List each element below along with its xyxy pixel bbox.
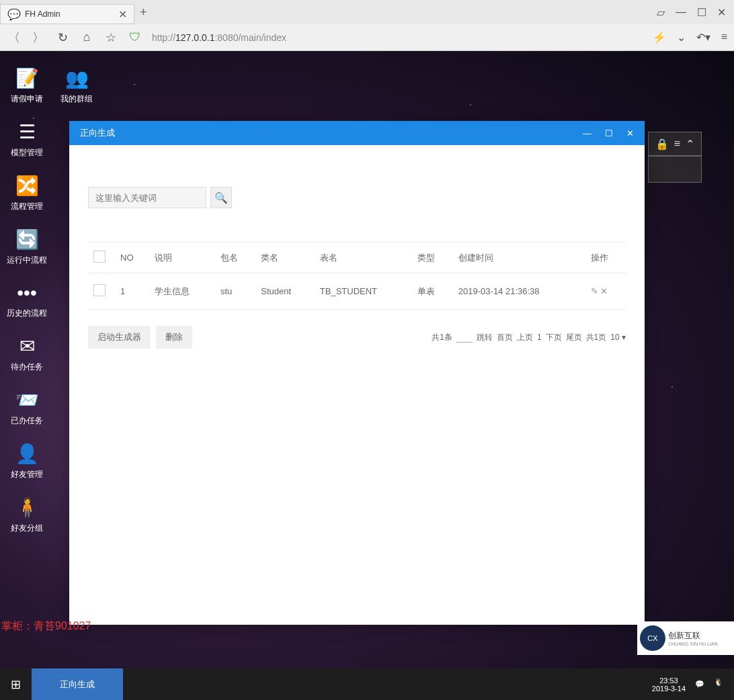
taskbar-clock[interactable]: 23:53 2019-3-14 [652,676,686,693]
edit-square-icon: 📝 [15,67,39,89]
url-bar: 〈 〉 ↻ ⌂ ☆ 🛡 http://127.0.0.1:8080/main/i… [0,24,734,51]
url-input[interactable]: http://127.0.0.1:8080/main/index [152,32,643,43]
person-icon: 🧍 [15,496,39,519]
first-page-link[interactable]: 首页 [497,332,513,343]
table-row[interactable]: 1 学生信息 stu Student TB_STUDENT 单表 2019-03… [88,273,626,310]
top-icon-mygroup[interactable]: 👥 我的群组 [60,58,93,114]
prev-page-link[interactable]: 上页 [517,332,533,343]
forward-icon[interactable]: 〉 [31,30,46,46]
tab-title: FH Admin [25,9,118,19]
next-page-link[interactable]: 下页 [546,332,562,343]
page-input[interactable] [456,332,473,343]
col-desc: 说明 [149,243,215,273]
start-generator-button[interactable]: 启动生成器 [88,326,151,349]
desktop-area: 📝 请假申请 ☰ 模型管理 🔀 流程管理 🔄 运行中流程 ••• 历史的流程 ✉… [0,51,734,668]
sidebar-item-friends[interactable]: 👤 好友管理 [0,433,54,487]
reload-icon[interactable]: ↻ [55,30,70,45]
sidebar-item-leave[interactable]: 📝 请假申请 [0,58,54,112]
shuffle-icon: 🔀 [15,175,39,197]
group-icon: 👥 [65,67,89,89]
back-icon[interactable]: 〈 [7,30,22,46]
sidebar-item-flow[interactable]: 🔀 流程管理 [0,165,54,219]
data-table: NO 说明 包名 类名 表名 类型 创建时间 操作 1 学生信息 [88,242,626,310]
col-ctime: 创建时间 [453,243,585,273]
col-no: NO [115,243,149,273]
col-tbl: 表名 [315,243,413,273]
col-pkg: 包名 [215,243,255,273]
taskbar-item-active[interactable]: 正向生成 [32,668,123,700]
list-icon[interactable]: ≡ [674,138,680,150]
close-icon[interactable]: ✕ [118,8,127,21]
refresh-icon: 🔄 [15,228,39,251]
bolt-icon[interactable]: ⚡ [653,31,666,44]
modal-close-icon[interactable]: ✕ [626,128,634,138]
dropdown-icon[interactable]: ⌄ [677,31,686,44]
browser-tab[interactable]: 💬 FH Admin ✕ [0,4,134,24]
modal-maximize-icon[interactable]: ☐ [605,128,613,138]
envelope-open-icon: 📨 [15,389,39,411]
watermark-text: 掌柜：青苔901027 [1,619,91,633]
jump-link[interactable]: 跳转 [477,332,493,343]
reading-mode-icon[interactable]: ▱ [657,6,665,19]
bars-icon: ☰ [19,121,36,143]
background-panel-body [648,156,702,183]
delete-row-icon[interactable]: ✕ [600,286,608,296]
menu-icon[interactable]: ≡ [721,31,727,44]
pagination: 共1条 跳转 首页 上页 1 下页 尾页 共1页 10 ▾ [432,332,626,343]
select-all-checkbox[interactable] [93,251,106,263]
modal-header[interactable]: 正向生成 — ☐ ✕ [69,121,645,145]
close-window-icon[interactable]: ✕ [717,6,726,19]
taskbar: ⊞ 正向生成 23:53 2019-3-14 💬 🐧 [0,668,734,700]
background-panel-toolbar: 🔒 ≡ ⌃ [648,132,702,156]
row-checkbox[interactable] [93,284,106,296]
brand-logo: CX 创新互联 CHUANG XIN HU LIAN [637,621,734,655]
tab-favicon: 💬 [7,8,21,21]
qq-icon[interactable]: 🐧 [714,678,727,691]
start-button[interactable]: ⊞ [0,668,32,700]
sidebar-item-model[interactable]: ☰ 模型管理 [0,112,54,165]
minimize-icon[interactable]: — [676,6,686,19]
maximize-icon[interactable]: ☐ [697,6,706,19]
envelope-icon: ✉ [19,335,35,357]
modal-minimize-icon[interactable]: — [583,128,592,138]
page-size-select[interactable]: 10 ▾ [610,333,626,342]
modal-generate: 正向生成 — ☐ ✕ 🔍 NO 说明 [69,121,645,625]
shield-icon[interactable]: 🛡 [128,30,142,44]
current-page: 1 [537,333,542,342]
search-icon: 🔍 [214,191,228,204]
search-input[interactable] [88,187,206,208]
lock-icon[interactable]: 🔒 [655,138,669,150]
undo-icon[interactable]: ↶▾ [696,31,710,44]
last-page-link[interactable]: 尾页 [566,332,582,343]
edit-icon[interactable]: ✎ [591,286,598,296]
sidebar-item-todo[interactable]: ✉ 待办任务 [0,326,54,380]
user-icon: 👤 [15,443,39,465]
chevron-up-icon[interactable]: ⌃ [686,138,694,150]
logo-icon: CX [640,625,665,651]
sidebar-item-done[interactable]: 📨 已办任务 [0,380,54,433]
delete-button[interactable]: 删除 [156,326,192,349]
sidebar-item-history[interactable]: ••• 历史的流程 [0,273,54,326]
browser-tab-bar: 💬 FH Admin ✕ + ▱ — ☐ ✕ [0,0,734,24]
search-button[interactable]: 🔍 [210,187,232,208]
favorite-icon[interactable]: ☆ [104,30,118,45]
sidebar: 📝 请假申请 ☰ 模型管理 🔀 流程管理 🔄 运行中流程 ••• 历史的流程 ✉… [0,58,54,541]
notification-icon[interactable]: 💬 [695,680,704,689]
col-type: 类型 [412,243,452,273]
col-cls: 类名 [255,243,315,273]
new-tab-button[interactable]: + [140,5,147,19]
modal-title: 正向生成 [80,127,583,139]
sidebar-item-running[interactable]: 🔄 运行中流程 [0,219,54,273]
dots-icon: ••• [17,282,36,304]
home-icon[interactable]: ⌂ [79,30,94,44]
sidebar-item-friendgroup[interactable]: 🧍 好友分组 [0,487,54,541]
col-action: 操作 [585,243,626,273]
